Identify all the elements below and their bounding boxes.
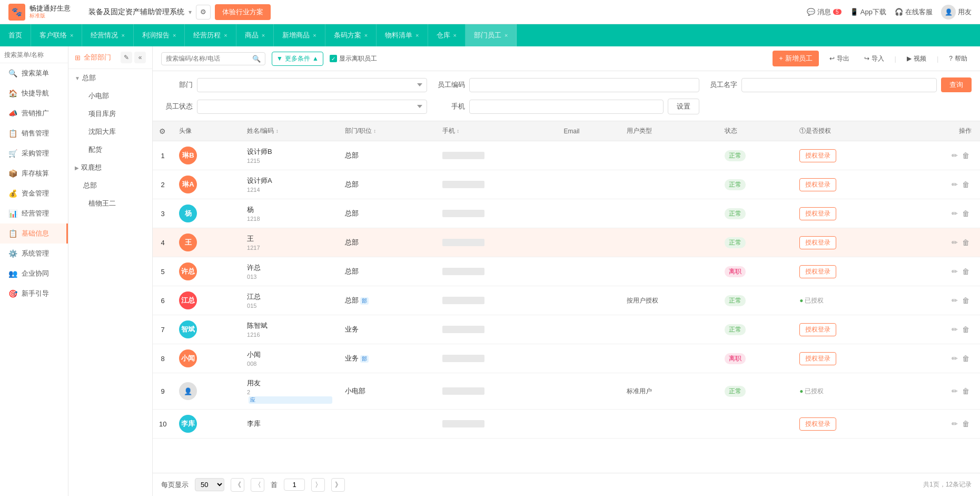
sidebar-item-system[interactable]: ⚙️系统管理 xyxy=(0,244,68,264)
dept-tree-item-双鹿想[interactable]: ▶双鹿想 xyxy=(68,159,152,177)
dept-filter-select[interactable] xyxy=(197,78,427,92)
auth-login-button[interactable]: 授权登录 xyxy=(799,149,836,162)
edit-button[interactable]: ✏ xyxy=(952,151,958,160)
sidebar-search-input[interactable] xyxy=(4,51,68,59)
app-download-button[interactable]: 📱 App下载 xyxy=(850,7,886,17)
export-button[interactable]: ↩ 导出 xyxy=(825,52,854,65)
tab-close-icon[interactable]: × xyxy=(173,32,176,38)
user-menu[interactable]: 👤 用友 xyxy=(941,5,972,20)
delete-button[interactable]: 🗑 xyxy=(962,354,969,363)
prev-page-button[interactable]: 〈 xyxy=(251,478,264,492)
tab-close-icon[interactable]: × xyxy=(121,32,124,38)
settings-button[interactable]: ⚙ xyxy=(196,5,211,20)
tab-close-icon[interactable]: × xyxy=(364,32,368,38)
delete-button[interactable]: 🗑 xyxy=(962,180,969,189)
view-button[interactable]: ▶ 视频 xyxy=(903,52,930,65)
tab-close-icon[interactable]: × xyxy=(224,32,227,38)
tab-close-icon[interactable]: × xyxy=(262,32,265,38)
edit-button[interactable]: ✏ xyxy=(952,354,958,363)
sidebar-item-marketing[interactable]: 📣营销推广 xyxy=(0,103,68,123)
page-size-select[interactable]: 50 20 100 xyxy=(195,478,224,491)
auth-login-button[interactable]: 授权登录 xyxy=(799,236,836,249)
show-resigned-checkbox[interactable]: ✓ xyxy=(330,55,337,62)
edit-button[interactable]: ✏ xyxy=(952,420,958,428)
sys-title-arrow[interactable]: ▾ xyxy=(189,8,192,16)
dept-tree-item-总部[interactable]: 总部 xyxy=(68,177,152,194)
auth-login-button[interactable]: 授权登录 xyxy=(799,352,836,365)
auth-login-button[interactable]: 授权登录 xyxy=(799,178,836,191)
delete-button[interactable]: 🗑 xyxy=(962,209,969,218)
delete-button[interactable]: 🗑 xyxy=(962,387,969,395)
auth-login-button[interactable]: 授权登录 xyxy=(799,417,836,431)
reset-button[interactable]: 设置 xyxy=(668,99,699,114)
dept-tree-item-配货[interactable]: 配货 xyxy=(68,141,152,159)
tab-close-icon[interactable]: × xyxy=(415,32,419,38)
auth-login-button[interactable]: 授权登录 xyxy=(799,265,836,278)
sidebar-item-purchase[interactable]: 🛒采购管理 xyxy=(0,143,68,163)
delete-button[interactable]: 🗑 xyxy=(962,296,969,305)
nav-tab-条码方案[interactable]: 条码方案 × xyxy=(325,24,377,46)
sidebar-item-basic[interactable]: 📋基础信息 xyxy=(0,223,68,244)
delete-button[interactable]: 🗑 xyxy=(962,420,969,428)
dept-tree-item-总部[interactable]: ▼总部 xyxy=(68,69,152,87)
delete-button[interactable]: 🗑 xyxy=(962,325,969,334)
sidebar-item-operations[interactable]: 📊经营管理 xyxy=(0,203,68,223)
nav-tab-新增商品[interactable]: 新增商品 × xyxy=(274,24,325,46)
dept-tree-item-项目库房[interactable]: 项目库房 xyxy=(68,105,152,123)
nav-tab-客户联络[interactable]: 客户联络 × xyxy=(31,24,82,46)
message-button[interactable]: 💬 消息 5 xyxy=(807,7,842,17)
delete-button[interactable]: 🗑 xyxy=(962,151,969,160)
col-name[interactable]: 姓名/编码 ↕ xyxy=(241,121,338,141)
trial-button[interactable]: 体验行业方案 xyxy=(215,4,271,20)
delete-button[interactable]: 🗑 xyxy=(962,238,969,247)
nav-tab-经营历程[interactable]: 经营历程 × xyxy=(185,24,236,46)
sidebar-item-collab[interactable]: 👥企业协同 xyxy=(0,264,68,284)
show-resigned-wrap[interactable]: ✓ 显示离职员工 xyxy=(330,54,377,63)
col-phone[interactable]: 手机 ↕ xyxy=(436,121,558,141)
edit-button[interactable]: ✏ xyxy=(952,325,958,334)
help-button[interactable]: ? 帮助 xyxy=(945,52,972,65)
nav-tab-部门员工[interactable]: 部门员工 × xyxy=(466,24,517,46)
more-filter-button[interactable]: ▼ 更多条件 ▲ xyxy=(272,52,323,66)
edit-button[interactable]: ✏ xyxy=(952,387,958,395)
page-number-input[interactable] xyxy=(284,479,305,491)
import-button[interactable]: ↪ 导入 xyxy=(860,52,888,65)
delete-button[interactable]: 🗑 xyxy=(962,267,969,276)
online-service-button[interactable]: 🎧 在线客服 xyxy=(895,7,933,17)
nav-tab-经营情况[interactable]: 经营情况 × xyxy=(82,24,133,46)
empcode-filter-input[interactable] xyxy=(469,78,699,92)
dept-tree-item-小电部[interactable]: 小电部 xyxy=(68,87,152,105)
tab-close-icon[interactable]: × xyxy=(70,32,73,38)
col-dept[interactable]: 部门/职位 ↕ xyxy=(339,121,436,141)
sidebar-item-sales[interactable]: 📋销售管理 xyxy=(0,123,68,143)
dept-collapse-icon[interactable]: « xyxy=(134,52,146,63)
edit-button[interactable]: ✏ xyxy=(952,180,958,189)
auth-login-button[interactable]: 授权登录 xyxy=(799,207,836,220)
nav-tab-首页[interactable]: 首页 xyxy=(0,24,31,46)
dept-tree-item-沈阳大库[interactable]: 沈阳大库 xyxy=(68,123,152,141)
sidebar-item-finance[interactable]: 💰资金管理 xyxy=(0,183,68,203)
sidebar-item-guide[interactable]: 🎯新手引导 xyxy=(0,284,68,304)
empstatus-filter-select[interactable] xyxy=(197,100,427,114)
nav-tab-商品[interactable]: 商品 × xyxy=(236,24,274,46)
tab-close-icon[interactable]: × xyxy=(453,32,457,38)
empname-filter-input[interactable] xyxy=(741,78,937,92)
add-employee-button[interactable]: + 新增员工 xyxy=(773,51,818,66)
edit-button[interactable]: ✏ xyxy=(952,296,958,305)
edit-button[interactable]: ✏ xyxy=(952,267,958,276)
dept-tree-item-植物王二[interactable]: 植物王二 xyxy=(68,194,152,212)
phone-filter-input[interactable] xyxy=(469,100,664,114)
sidebar-item-quicknav[interactable]: 🏠快捷导航 xyxy=(0,83,68,103)
nav-tab-利润报告[interactable]: 利润报告 × xyxy=(134,24,185,46)
first-page-button[interactable]: 《 xyxy=(231,478,244,492)
col-settings[interactable]: ⚙ xyxy=(153,121,173,141)
sidebar-item-inventory[interactable]: 📦库存核算 xyxy=(0,163,68,183)
dept-edit-icon[interactable]: ✎ xyxy=(121,52,132,63)
sidebar-item-search[interactable]: 🔍搜索菜单 xyxy=(0,63,68,83)
auth-login-button[interactable]: 授权登录 xyxy=(799,323,836,336)
tab-close-icon[interactable]: × xyxy=(313,32,316,38)
query-button[interactable]: 查询 xyxy=(941,77,972,92)
edit-button[interactable]: ✏ xyxy=(952,209,958,218)
last-page-button[interactable]: 》 xyxy=(331,478,345,492)
nav-tab-仓库[interactable]: 仓库 × xyxy=(428,24,466,46)
